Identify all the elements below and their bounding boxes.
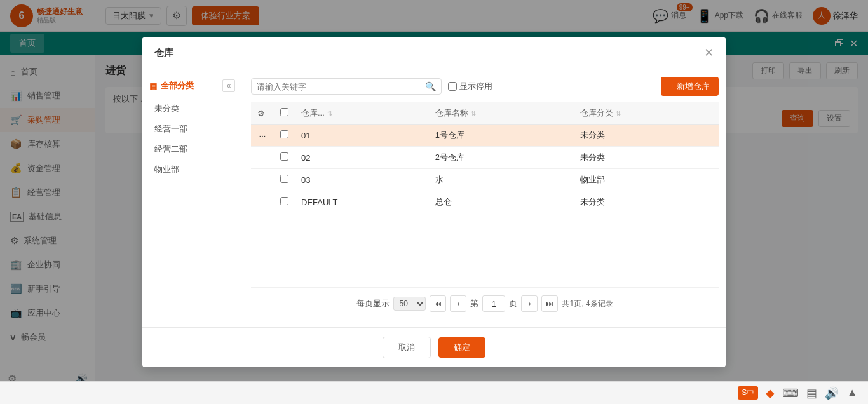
bottom-keyboard-icon[interactable]: ⌨ [782,386,799,400]
table-row[interactable]: 03 水 物业部 [251,169,719,191]
per-page-label: 每页显示 [356,298,390,309]
bottom-volume-icon[interactable]: 🔊 [825,386,839,400]
page-suffix: 页 [509,298,517,309]
first-page-button[interactable]: ⏮ [430,295,446,312]
category-item-ops2[interactable]: 经营二部 [142,139,243,159]
table-header: ⚙ 仓库...⇅ 仓库名称⇅ [251,102,719,125]
bottom-s-icon[interactable]: S中 [738,386,758,400]
row-3-checkbox[interactable] [280,175,288,183]
sort-icon-name: ⇅ [471,110,476,117]
search-input[interactable] [257,82,425,91]
confirm-button[interactable]: 确定 [438,337,485,358]
row-1-code: 01 [295,125,429,147]
row-1-checkbox[interactable] [280,130,288,138]
pagination: 每页显示 50 20 100 ⏮ ‹ 第 页 › ⏭ 共1页, 4条记录 [251,287,719,320]
search-box: 🔍 [251,78,442,95]
row-1-category: 未分类 [574,125,719,147]
row-4-code: DEFAULT [295,191,429,213]
row-4-name: 总仓 [429,191,574,213]
row-1-actions: ··· [251,125,274,147]
warehouse-table: ⚙ 仓库...⇅ 仓库名称⇅ [251,102,719,213]
row-2-category: 未分类 [574,147,719,169]
row-4-category: 未分类 [574,191,719,213]
total-info: 共1页, 4条记录 [562,299,613,309]
show-disabled-checkbox[interactable] [448,82,457,91]
row-2-checkbox[interactable] [280,152,288,161]
bottom-arrow-icon[interactable]: ▲ [846,386,858,400]
table-container: ⚙ 仓库...⇅ 仓库名称⇅ [251,102,719,287]
row-4-actions [251,191,274,213]
table-row[interactable]: DEFAULT 总仓 未分类 [251,191,719,213]
select-all-checkbox[interactable] [280,108,288,116]
bottom-bar: S中 ◆ ⌨ ▤ 🔊 ▲ [0,381,868,404]
modal-footer: 取消 确定 [142,327,726,367]
category-grid-icon: ▦ [149,81,157,91]
table-panel: 🔍 显示停用 + 新增仓库 ⚙ [243,69,726,327]
last-page-button[interactable]: ⏭ [541,295,558,312]
prev-page-button[interactable]: ‹ [450,295,466,312]
category-item-unclassified[interactable]: 未分类 [142,98,243,119]
collapse-button[interactable]: « [222,79,235,92]
modal-body: ▦ 全部分类 « 未分类 经营一部 经营二部 物 [142,69,726,327]
row-1-name: 1号仓库 [429,125,574,147]
per-page-select[interactable]: 50 20 100 [393,297,426,311]
row-4-checkbox[interactable] [280,197,288,205]
show-disabled-label: 显示停用 [448,81,492,92]
search-icon: 🔍 [425,81,436,91]
modal-overlay: 仓库 ✕ ▦ 全部分类 « 未分类 经营一部 [0,0,868,404]
add-warehouse-button[interactable]: + 新增仓库 [661,77,719,96]
row-2-actions [251,147,274,169]
table-body: ··· 01 1号仓库 未分类 02 2号仓库 [251,125,719,213]
table-header-name[interactable]: 仓库名称⇅ [429,102,574,125]
table-header-code[interactable]: 仓库...⇅ [295,102,429,125]
modal-header: 仓库 ✕ [142,37,726,69]
page-number-input[interactable] [482,295,505,312]
row-3-code: 03 [295,169,429,191]
sort-icon-code: ⇅ [327,110,332,117]
next-page-button[interactable]: › [521,295,538,312]
warehouse-modal: 仓库 ✕ ▦ 全部分类 « 未分类 经营一部 [142,37,726,367]
bottom-diamond-icon[interactable]: ◆ [766,386,775,400]
page-label: 第 [470,298,478,309]
table-row[interactable]: ··· 01 1号仓库 未分类 [251,125,719,147]
modal-close-button[interactable]: ✕ [704,46,714,60]
category-item-ops1[interactable]: 经营一部 [142,119,243,139]
row-2-code: 02 [295,147,429,169]
cancel-button[interactable]: 取消 [383,337,431,358]
table-toolbar: 🔍 显示停用 + 新增仓库 [251,77,719,96]
category-list: 未分类 经营一部 经营二部 物业部 [142,96,243,182]
category-panel: ▦ 全部分类 « 未分类 经营一部 经营二部 物 [142,69,243,327]
row-2-name: 2号仓库 [429,147,574,169]
table-row[interactable]: 02 2号仓库 未分类 [251,147,719,169]
all-category-button[interactable]: ▦ 全部分类 [149,80,194,91]
table-header-check [274,102,295,125]
category-item-property[interactable]: 物业部 [142,159,243,180]
category-header: ▦ 全部分类 « [142,76,243,96]
row-3-name: 水 [429,169,574,191]
modal-title: 仓库 [154,47,173,59]
row-3-category: 物业部 [574,169,719,191]
row-3-actions [251,169,274,191]
bottom-grid-icon[interactable]: ▤ [806,386,817,400]
table-header-gear[interactable]: ⚙ [251,102,274,125]
sort-icon-category: ⇅ [616,110,621,117]
table-header-category[interactable]: 仓库分类⇅ [574,102,719,125]
